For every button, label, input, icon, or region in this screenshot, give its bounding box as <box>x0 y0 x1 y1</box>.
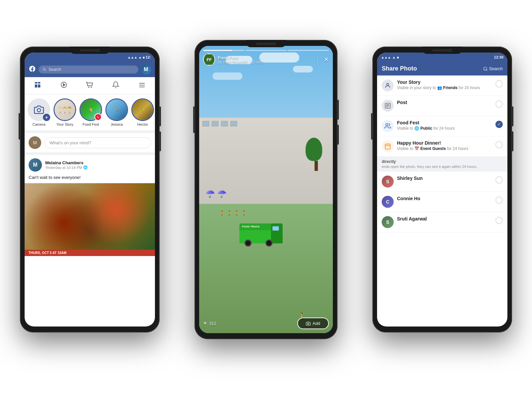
food-fest-info: Food Fest Visible to 🌐 Public for 24 hou… <box>397 120 492 131</box>
share-item-happy-hour[interactable]: Happy Hour Dinner! Visible to 📅 Event Gu… <box>377 136 507 157</box>
post-author: Melaina Chambers <box>45 160 151 165</box>
user-avatar-bg: M <box>141 65 151 74</box>
user-avatar-header[interactable]: M <box>141 65 151 74</box>
sruti-initials: S <box>386 219 389 225</box>
tree <box>311 138 322 171</box>
story-item-food-fest[interactable]: 🍕 Food Fest <box>79 98 102 126</box>
share-item-your-story[interactable]: Your Story Visible in your story to 👥 Fr… <box>377 75 507 96</box>
happy-hour-radio[interactable] <box>495 141 503 148</box>
window-3 <box>221 121 228 126</box>
right-vol-up[interactable] <box>512 106 513 126</box>
vol-up-button[interactable] <box>160 106 161 126</box>
stories-row: + Camera Your <box>25 94 155 133</box>
share-item-sruti[interactable]: S Sruti Agarwal <box>377 212 507 232</box>
your-story-bold: Friends <box>443 85 458 90</box>
story-item-hector[interactable]: 🌾 Hector <box>131 98 154 126</box>
share-item-food-fest[interactable]: Food Fest Visible to 🌐 Public for 24 hou… <box>377 116 507 136</box>
right-power[interactable] <box>371 113 372 140</box>
your-story-thumbnail <box>55 99 75 120</box>
center-vol-up[interactable] <box>337 100 339 120</box>
share-search-button[interactable]: Search <box>483 66 503 71</box>
center-power[interactable] <box>193 106 195 133</box>
story-more-button[interactable]: ⋮ <box>315 56 321 63</box>
food-fest-circle[interactable]: 🍕 <box>79 98 102 121</box>
right-battery-icon: ■ <box>397 56 399 59</box>
food-visual <box>25 183 155 250</box>
story-item-camera[interactable]: + Camera <box>27 98 51 126</box>
marketplace-icon[interactable] <box>83 80 97 91</box>
umbrella-scene <box>58 106 71 113</box>
connie-name: Connie Ho <box>397 196 492 201</box>
story-label-camera: Camera <box>32 122 45 126</box>
person-1: 🧍 <box>219 210 225 216</box>
battery-icon: ■ <box>143 56 145 59</box>
wheel-2 <box>265 239 273 247</box>
story-item-your-story[interactable]: Your Story <box>53 98 76 126</box>
jessica-circle[interactable]: 🏃 <box>105 98 128 121</box>
power-button[interactable] <box>19 113 20 140</box>
whats-on-mind-input[interactable]: What's on your mind? <box>45 137 151 148</box>
share-list: Your Story Visible in your story to 👥 Fr… <box>377 75 507 232</box>
story-top-bar: FF Food Fest By Ryan Brownhill · 10 mins <box>199 46 333 66</box>
post-card: M Melaina Chambers Yesterday at 10:14 PM… <box>25 155 155 256</box>
umbrella-1 <box>58 106 62 112</box>
connie-radio[interactable] <box>495 197 503 204</box>
status-time-right: 12:30 <box>494 55 503 59</box>
sruti-radio[interactable] <box>495 217 503 224</box>
wifi-icon: ▲ <box>138 56 142 59</box>
directly-section: directly ends open the photo, they can s… <box>377 157 507 172</box>
post-text: Can't wait to see everyone! <box>25 175 155 183</box>
person-2: 🧍 <box>226 210 232 216</box>
cloud-4 <box>212 72 242 80</box>
post-avatar-bg: M <box>29 158 42 172</box>
post-meta: Melaina Chambers Yesterday at 10:14 PM 🌐 <box>45 160 151 170</box>
friends-icon: 👥 <box>437 85 442 90</box>
happy-hour-title: Happy Hour Dinner! <box>397 140 492 146</box>
your-story-subtitle: Visible in your story to 👥 Friends for 2… <box>397 85 492 90</box>
svg-point-15 <box>308 323 309 325</box>
shirley-info: Shirley Sun <box>397 176 492 181</box>
vol-down-button[interactable] <box>160 131 161 151</box>
food-fest-icon <box>382 120 394 132</box>
notifications-icon[interactable] <box>109 80 123 91</box>
share-item-post[interactable]: Post <box>377 96 507 116</box>
story-close-button[interactable]: ✕ <box>324 56 329 63</box>
hector-circle[interactable]: 🌾 <box>131 98 154 121</box>
camera-circle[interactable]: + <box>28 98 50 121</box>
tree-canopy <box>306 138 322 161</box>
svg-point-16 <box>484 67 487 70</box>
your-story-radio[interactable] <box>495 80 503 87</box>
center-vol-down[interactable] <box>337 125 339 145</box>
story-subtitle-text: By Ryan Brownhill · 10 mins <box>218 60 312 64</box>
search-bar[interactable]: Search <box>39 66 138 73</box>
facebook-logo-icon <box>29 65 36 74</box>
your-story-circle[interactable] <box>54 98 76 121</box>
menu-icon[interactable] <box>135 80 149 91</box>
share-item-shirley[interactable]: S Shirley Sun <box>377 172 507 192</box>
tree-trunk <box>315 161 318 171</box>
news-feed-icon[interactable] <box>31 80 45 91</box>
signal-icon: ▲▲▲ <box>127 56 137 59</box>
food-fest-radio[interactable] <box>495 121 503 128</box>
your-story-info: Your Story Visible in your story to 👥 Fr… <box>397 79 492 90</box>
eye-icon: 👁 <box>203 321 207 326</box>
food-fest-subtitle: Visible to 🌐 Public for 24 hours <box>397 126 492 131</box>
center-notch <box>246 40 286 47</box>
add-button[interactable]: Add <box>297 318 329 329</box>
right-wifi-icon: ▲ <box>392 56 396 59</box>
shirley-radio[interactable] <box>495 176 503 184</box>
svg-rect-0 <box>35 82 37 84</box>
umbrella-area: ☂️ ☂️ <box>206 190 226 198</box>
umbrella-icon-1: ☂️ <box>206 190 215 198</box>
svg-point-6 <box>88 87 89 87</box>
share-item-connie[interactable]: C Connie Ho <box>377 192 507 212</box>
story-author-avatar: FF <box>203 54 215 66</box>
right-vol-down[interactable] <box>512 131 513 151</box>
story-item-jessica[interactable]: 🏃 Jessica <box>105 98 128 126</box>
post-radio[interactable] <box>495 100 503 108</box>
right-signal-icon: ▲▲▲ <box>381 56 391 59</box>
svg-point-18 <box>387 83 389 85</box>
story-bottom-bar: 👁 312 Add <box>199 314 333 333</box>
views-count: 👁 312 <box>203 321 216 326</box>
watch-icon[interactable] <box>57 80 71 91</box>
